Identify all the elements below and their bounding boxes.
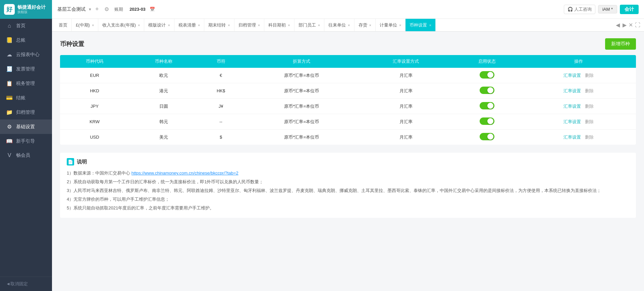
- tab-close-currency[interactable]: ×: [429, 23, 431, 27]
- row-4-rate-link[interactable]: 汇率设置: [564, 135, 581, 140]
- tab-template[interactable]: 模版设计×: [144, 19, 174, 32]
- tab-close-subjects[interactable]: ×: [288, 23, 290, 27]
- tab-unit[interactable]: 计量单位×: [376, 19, 406, 32]
- nav-icon-guide: 📖: [6, 138, 13, 144]
- logo-area: 好 畅捷通好会计 旗舰版: [0, 0, 52, 19]
- tab-close-period[interactable]: ×: [92, 23, 94, 27]
- notes-section: 📄 说明 1）数据来源：中国外汇交易中心 https://www.chinamo…: [60, 153, 636, 218]
- row-0-name: 欧元: [129, 68, 198, 83]
- row-3-rate-link[interactable]: 汇率设置: [564, 119, 581, 124]
- add-tab-button[interactable]: +: [95, 6, 99, 13]
- row-1-symbol: HK$: [198, 83, 244, 99]
- close-window-icon[interactable]: ✕: [628, 22, 634, 28]
- row-1-rate-method: 月汇率: [360, 83, 452, 99]
- sidebar-item-member[interactable]: V畅会员: [0, 148, 52, 162]
- tab-partners[interactable]: 往来单位×: [324, 19, 354, 32]
- pin-button[interactable]: ◄取消固定: [0, 277, 52, 291]
- tab-close-partners[interactable]: ×: [348, 23, 350, 27]
- period-label: 账期: [114, 6, 123, 12]
- tab-income[interactable]: 收入支出表(年报)×: [98, 19, 144, 32]
- tab-prev-icon[interactable]: ◀: [615, 22, 621, 28]
- tab-close-periodend[interactable]: ×: [228, 23, 230, 27]
- tab-next-icon[interactable]: ▶: [622, 22, 628, 28]
- tab-close-taxclear[interactable]: ×: [198, 23, 200, 27]
- tab-label-currency: 币种设置: [410, 22, 427, 28]
- tab-taxclear[interactable]: 税表清册×: [174, 19, 204, 32]
- tab-dept[interactable]: 部门员工×: [294, 19, 324, 32]
- row-4-symbol: $: [198, 130, 244, 145]
- nav-icon-ledger: 📒: [6, 37, 13, 43]
- currency-table: 币种代码币种名称币符折算方式汇率设置方式启用状态操作 EUR欧元€原币*汇率=本…: [60, 55, 636, 145]
- th-操作: 操作: [522, 55, 636, 68]
- tab-label-income: 收入支出表(年报): [102, 22, 136, 28]
- tab-close-template[interactable]: ×: [168, 23, 170, 27]
- row-4-toggle[interactable]: [480, 133, 494, 140]
- company-name: 基层工会测试: [57, 6, 86, 12]
- row-0-delete-link[interactable]: 删除: [585, 73, 594, 78]
- account-button[interactable]: iAM *: [598, 5, 617, 13]
- row-2-toggle[interactable]: [480, 102, 494, 109]
- sidebar-item-ledger[interactable]: 📒总账: [0, 33, 52, 47]
- row-0-toggle[interactable]: [480, 71, 494, 79]
- tab-label-archive: 归档管理: [238, 22, 256, 28]
- nav-icon-tax: 📋: [6, 80, 13, 87]
- tab-periodend[interactable]: 期末结转×: [204, 19, 234, 32]
- tab-label-periodend: 期末结转: [208, 22, 226, 28]
- sidebar-item-archive[interactable]: 📁归档管理: [0, 105, 52, 119]
- notes-link[interactable]: https://www.chinamoney.com.cn/chinese/bk…: [131, 171, 238, 176]
- sidebar-item-tax[interactable]: 📋税务管理: [0, 76, 52, 91]
- row-4-delete-link[interactable]: 删除: [585, 135, 594, 140]
- tab-close-archive[interactable]: ×: [258, 23, 260, 27]
- tab-archive[interactable]: 归档管理×: [234, 19, 264, 32]
- sidebar-item-invoice[interactable]: 🧾发票管理: [0, 62, 52, 76]
- row-4-calc-method: 原币*汇率=本位币: [244, 130, 360, 145]
- row-1-delete-link[interactable]: 删除: [585, 88, 594, 93]
- nav-icon-member: V: [6, 152, 13, 158]
- tab-period[interactable]: £(中期)×: [72, 19, 98, 32]
- settings-icon[interactable]: ⚙: [104, 6, 109, 12]
- tab-currency[interactable]: 币种设置×: [406, 19, 435, 32]
- content-area: 币种设置 新增币种 币种代码币种名称币符折算方式汇率设置方式启用状态操作 EUR…: [52, 32, 644, 291]
- user-role-button[interactable]: 会计: [620, 5, 639, 14]
- tab-close-inventory[interactable]: ×: [369, 23, 371, 27]
- page-header: 币种设置 新增币种: [60, 38, 636, 50]
- nav-label-member: 畅会员: [16, 152, 30, 158]
- main-area: 基层工会测试 ▾ + ⚙ 账期 2023-03 📅 🎧 人工咨询 iAM * 会…: [52, 0, 644, 291]
- tab-close-dept[interactable]: ×: [318, 23, 320, 27]
- th-币种名称: 币种名称: [129, 55, 198, 68]
- company-dropdown-icon[interactable]: ▾: [89, 7, 91, 12]
- service-button[interactable]: 🎧 人工咨询: [564, 5, 595, 14]
- row-0-rate-link[interactable]: 汇率设置: [564, 73, 581, 78]
- row-2-delete-link[interactable]: 删除: [585, 104, 594, 109]
- sidebar-item-reports[interactable]: ☁云报表中心: [0, 47, 52, 62]
- nav-label-ledger: 总账: [16, 37, 25, 43]
- nav-label-invoice: 发票管理: [16, 66, 35, 72]
- calendar-icon[interactable]: 📅: [150, 7, 155, 12]
- row-3-delete-link[interactable]: 删除: [585, 119, 594, 124]
- tab-close-income[interactable]: ×: [138, 23, 140, 27]
- expand-icon[interactable]: ⛶: [634, 22, 641, 28]
- nav-icon-archive: 📁: [6, 109, 13, 115]
- tab-label-inventory: 存货: [359, 22, 367, 28]
- new-currency-button[interactable]: 新增币种: [605, 38, 636, 50]
- sidebar-item-home[interactable]: ⌂首页: [0, 19, 52, 33]
- row-1-toggle[interactable]: [480, 87, 494, 94]
- sidebar-item-guide[interactable]: 📖新手引导: [0, 134, 52, 148]
- row-0-rate-method: 月汇率: [360, 68, 452, 83]
- tab-subjects[interactable]: 科目期初×: [264, 19, 294, 32]
- tab-home[interactable]: 首页: [55, 19, 72, 32]
- row-2-rate-link[interactable]: 汇率设置: [564, 104, 581, 109]
- row-3-toggle[interactable]: [480, 117, 494, 125]
- row-2-actions: 汇率设置删除: [522, 99, 636, 114]
- tab-nav-arrows: ◀ ▶: [615, 22, 628, 28]
- page-title: 币种设置: [60, 40, 84, 48]
- tab-close-unit[interactable]: ×: [399, 23, 401, 27]
- tab-list: 首页£(中期)×收入支出表(年报)×模版设计×税表清册×期末结转×归档管理×科目…: [55, 19, 613, 32]
- headset-icon: 🎧: [568, 7, 573, 12]
- row-0-code: EUR: [60, 68, 129, 83]
- sidebar-item-checkout[interactable]: 💳结账: [0, 91, 52, 105]
- tab-inventory[interactable]: 存货×: [355, 19, 376, 32]
- sidebar-item-basic[interactable]: ⚙基础设置: [0, 119, 52, 134]
- row-1-rate-link[interactable]: 汇率设置: [564, 88, 581, 93]
- tab-label-unit: 计量单位: [380, 22, 397, 28]
